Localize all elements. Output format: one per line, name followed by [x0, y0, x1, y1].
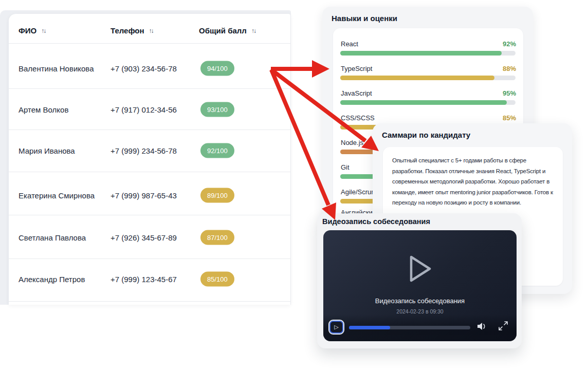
row-divider	[9, 172, 290, 172]
sort-icon[interactable]: ↑↓	[149, 27, 153, 34]
score-badge: 94/100	[200, 61, 234, 76]
video-progress-bar[interactable]	[349, 326, 470, 329]
column-header-fio-label: ФИО	[19, 26, 36, 35]
skill-label: JavaScript	[341, 89, 372, 97]
skill-progress-fill	[340, 76, 494, 80]
column-header-phone[interactable]: Телефон ↑↓	[111, 26, 153, 35]
screenshot-stage: { "table": { "columns": [ { "label": "ФИ…	[0, 0, 588, 370]
summary-paragraph: Опытный специалист с 5+ годами работы в …	[392, 155, 559, 208]
column-header-phone-label: Телефон	[111, 26, 144, 35]
skill-percent-value: 92%	[503, 40, 516, 48]
candidate-name-cell: Мария Иванова	[19, 146, 75, 155]
video-panel: Видеозапись собеседования Видеозапись со…	[317, 213, 522, 348]
candidate-name-cell: Екатерина Смирнова	[19, 191, 95, 200]
table-row[interactable]: Светлана Павлова+7 (926) 345-67-8987/100	[9, 217, 290, 258]
score-badge: 85/100	[200, 272, 234, 287]
skill-percent-value: 85%	[503, 114, 516, 122]
column-header-fio[interactable]: ФИО ↑↓	[19, 26, 45, 35]
video-panel-title: Видеозапись собеседования	[322, 217, 430, 226]
candidate-phone-cell: +7 (999) 987-65-43	[111, 191, 177, 200]
score-badge: 93/100	[200, 102, 234, 117]
row-divider	[9, 301, 290, 302]
candidate-phone-cell: +7 (917) 012-34-56	[111, 105, 177, 114]
video-overlay-title: Видеозапись собеседования	[323, 297, 517, 305]
row-divider	[9, 88, 290, 89]
play-icon[interactable]	[407, 254, 433, 284]
table-row[interactable]: Екатерина Смирнова+7 (999) 987-65-4389/1…	[9, 175, 290, 216]
skill-label: Agile/Scrum	[341, 188, 377, 196]
table-row[interactable]: Артем Волков+7 (917) 012-34-5693/100	[9, 89, 290, 130]
candidate-name-cell: Артем Волков	[19, 105, 68, 114]
skill-progress-fill	[340, 51, 502, 55]
candidate-phone-cell: +7 (903) 234-56-78	[111, 64, 177, 73]
table-row[interactable]: Мария Иванова+7 (999) 234-56-7892/100	[9, 130, 290, 171]
row-divider	[9, 130, 290, 130]
skill-label: React	[341, 40, 358, 48]
row-divider	[9, 258, 290, 259]
table-row[interactable]: Валентина Новикова+7 (903) 234-56-7894/1…	[9, 48, 290, 89]
sort-icon[interactable]: ↑↓	[41, 27, 45, 34]
column-header-score-label: Общий балл	[199, 26, 247, 35]
skill-label: CSS/SCSS	[341, 114, 375, 122]
column-header-score[interactable]: Общий балл ↑↓	[199, 26, 255, 35]
score-badge: 87/100	[200, 230, 234, 245]
video-overlay-datetime: 2024-02-23 в 09:30	[323, 308, 517, 314]
table-row[interactable]: Александр Петров+7 (999) 123-45-6785/100	[9, 258, 290, 300]
skill-label: Node.js	[341, 139, 363, 146]
play-button[interactable]: ▷	[328, 320, 344, 335]
candidate-name-cell: Валентина Новикова	[19, 64, 94, 73]
row-divider	[9, 215, 290, 215]
candidates-table: ФИО ↑↓ Телефон ↑↓ Общий балл ↑↓ Валентин…	[9, 14, 290, 305]
table-header-row: ФИО ↑↓ Телефон ↑↓ Общий балл ↑↓	[9, 14, 290, 43]
summary-panel-title: Саммари по кандидату	[382, 131, 470, 139]
video-player[interactable]: Видеозапись собеседования 2024-02-23 в 0…	[323, 230, 517, 341]
video-progress-fill	[349, 326, 390, 329]
skill-percent-value: 95%	[503, 89, 516, 97]
score-badge: 92/100	[200, 143, 234, 158]
skill-progress-track	[340, 76, 516, 80]
row-divider	[9, 43, 290, 44]
candidate-name-cell: Александр Петров	[19, 275, 85, 284]
skill-label: Git	[341, 163, 350, 171]
sort-icon[interactable]: ↑↓	[251, 27, 255, 34]
candidate-phone-cell: +7 (926) 345-67-89	[111, 233, 177, 242]
skills-panel-title: Навыки и оценки	[332, 14, 397, 23]
candidate-phone-cell: +7 (999) 234-56-78	[111, 146, 177, 155]
skill-percent-value: 88%	[503, 65, 516, 72]
fullscreen-icon[interactable]	[498, 321, 508, 331]
skill-progress-track	[340, 100, 516, 105]
skill-progress-fill	[340, 100, 507, 105]
candidate-phone-cell: +7 (999) 123-45-67	[111, 275, 177, 284]
skill-progress-track	[340, 51, 516, 55]
score-badge: 89/100	[200, 188, 234, 203]
volume-icon[interactable]	[477, 322, 487, 330]
skill-label: TypeScript	[341, 65, 372, 72]
candidate-name-cell: Светлана Павлова	[19, 233, 86, 242]
